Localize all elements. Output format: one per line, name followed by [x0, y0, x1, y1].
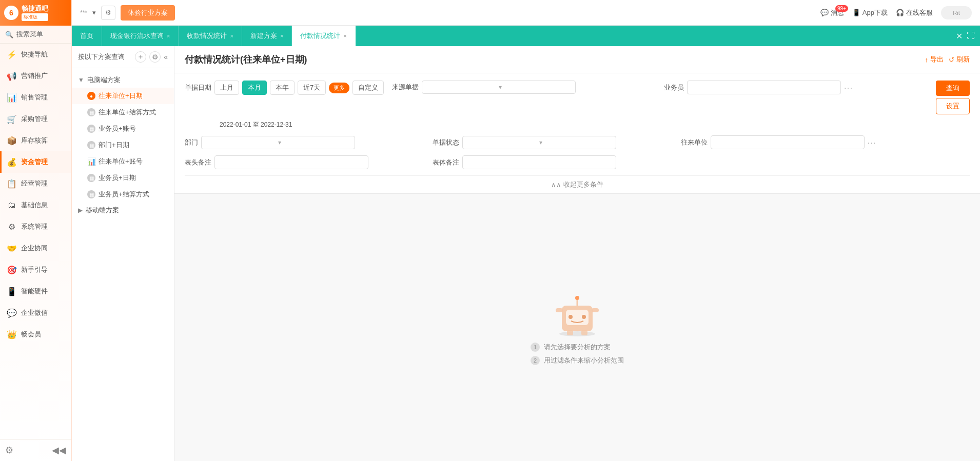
- topbar-dropdown-icon[interactable]: ▾: [92, 9, 96, 16]
- dept-select[interactable]: ▾: [201, 136, 355, 149]
- scheme-staff-account[interactable]: ▦ 业务员+账号: [72, 121, 174, 137]
- voucher-status-select[interactable]: ▾: [462, 136, 616, 149]
- search-label: 搜索菜单: [16, 30, 43, 39]
- fullscreen-btn[interactable]: ⛶: [967, 31, 975, 41]
- scheme-unit-date[interactable]: ● 往来单位+日期: [72, 88, 174, 104]
- custom-btn[interactable]: 自定义: [352, 81, 384, 95]
- sidebar-search[interactable]: 🔍 搜索菜单: [0, 26, 71, 44]
- partner-input[interactable]: [711, 135, 865, 149]
- manage-scheme-btn[interactable]: ⚙: [149, 51, 161, 63]
- nav-member[interactable]: 👑 畅会员: [0, 324, 71, 345]
- filter-area: 单据日期 上月 本月 本年 近7天 更多 自定义 来源单据 ▾: [174, 73, 980, 194]
- nav-finance[interactable]: 💰 资金管理: [0, 151, 71, 173]
- scheme-unit-account-label: 往来单位+账号: [99, 157, 143, 166]
- tab-home[interactable]: 首页: [72, 26, 102, 46]
- voucher-status-arrow: ▾: [539, 139, 612, 146]
- tree-group-mobile-expand-icon: ▶: [78, 207, 83, 214]
- logo-icon: 6: [4, 6, 18, 20]
- nav-marketing-label: 营销推广: [21, 71, 48, 81]
- search-icon: 🔍: [5, 31, 13, 38]
- topbar-address: ***: [80, 9, 87, 16]
- app-download-btn[interactable]: 📱 App下载: [852, 8, 888, 17]
- nav-sales[interactable]: 📊 销售管理: [0, 87, 71, 108]
- tip-num-2: 2: [531, 356, 540, 365]
- scheme-staff-date[interactable]: ▦ 业务员+日期: [72, 170, 174, 186]
- svg-point-6: [575, 296, 579, 300]
- logo-name: 畅捷通吧: [22, 5, 48, 13]
- empty-tip-1: 1 请先选择要分析的方案: [531, 343, 624, 352]
- topbar-settings-btn[interactable]: ⚙: [101, 6, 115, 20]
- tab-collection-label: 收款情况统计: [187, 31, 227, 41]
- nav-quick-nav-icon: ⚡: [7, 49, 17, 59]
- settings-btn[interactable]: 设置: [936, 98, 970, 114]
- nav-operation-icon: 📋: [7, 178, 17, 189]
- tab-new-plan-close[interactable]: ×: [280, 33, 283, 39]
- collapse-left-panel-btn[interactable]: «: [164, 53, 168, 61]
- nav-enterprise[interactable]: 🤝 企业协同: [0, 237, 71, 259]
- user-avatar[interactable]: Rit: [941, 6, 972, 19]
- nav-wechat[interactable]: 💬 企业微信: [0, 302, 71, 324]
- nav-quick-nav[interactable]: ⚡ 快捷导航: [0, 44, 71, 65]
- tree-group-desktop-header[interactable]: ▼ 电脑端方案: [72, 72, 174, 88]
- nav-finance-label: 资金管理: [21, 157, 48, 167]
- nav-inventory[interactable]: 📦 库存核算: [0, 130, 71, 151]
- collapse-filter-label: 收起更多条件: [563, 180, 603, 189]
- nav-quick-nav-label: 快捷导航: [21, 50, 48, 59]
- staff-dots-btn[interactable]: ···: [844, 84, 853, 92]
- scheme-unit-settle[interactable]: ▦ 往来单位+结算方式: [72, 104, 174, 121]
- tree-group-mobile-header[interactable]: ▶ 移动端方案: [72, 203, 174, 218]
- scheme-dept-date[interactable]: ▦ 部门+日期: [72, 137, 174, 153]
- export-btn[interactable]: ↑ 导出: [925, 55, 944, 64]
- scheme-unit-account[interactable]: 📊 往来单位+账号: [72, 153, 174, 170]
- nav-operation[interactable]: 📋 经营管理: [0, 173, 71, 194]
- tree-group-desktop: ▼ 电脑端方案 ● 往来单位+日期 ▦ 往来单位+结算方式 ▦ 业务员+账号: [72, 72, 174, 203]
- table-body-note-input[interactable]: [462, 155, 616, 169]
- topbar-left: *** ▾ ⚙ 体验行业方案: [80, 5, 175, 21]
- nav-guide[interactable]: 🎯 新手引导: [0, 259, 71, 280]
- add-scheme-btn[interactable]: ＋: [135, 51, 146, 63]
- app-icon: 📱: [852, 9, 860, 16]
- nav-operation-label: 经营管理: [21, 179, 48, 188]
- refresh-btn[interactable]: ↺ 刷新: [949, 55, 970, 64]
- settings-footer-icon[interactable]: ⚙: [5, 445, 13, 456]
- tab-bank-flow[interactable]: 现金银行流水查询 ×: [102, 26, 179, 46]
- tab-new-plan[interactable]: 新建方案 ×: [242, 26, 292, 46]
- tree-group-expand-icon: ▼: [78, 76, 84, 84]
- tab-collection[interactable]: 收款情况统计 ×: [179, 26, 242, 46]
- tab-payment-close[interactable]: ×: [343, 33, 346, 39]
- collapse-filter-btn[interactable]: ∧∧ 收起更多条件: [185, 175, 970, 193]
- partner-dots-btn[interactable]: ···: [868, 138, 877, 147]
- app-label: App下载: [863, 8, 888, 17]
- nav-purchase[interactable]: 🛒 采购管理: [0, 108, 71, 130]
- scheme-staff-settle-label: 业务员+结算方式: [99, 190, 149, 199]
- collapse-sidebar-icon[interactable]: ◀◀: [52, 445, 66, 456]
- trial-btn[interactable]: 体验行业方案: [121, 5, 175, 21]
- dept-label: 部门: [185, 138, 198, 147]
- tip-num-1: 1: [531, 343, 540, 352]
- nav-marketing[interactable]: 📢 营销推广: [0, 65, 71, 87]
- more-btn[interactable]: 更多: [329, 83, 349, 93]
- staff-input[interactable]: [687, 81, 841, 94]
- tab-new-plan-label: 新建方案: [250, 31, 277, 41]
- this-year-btn[interactable]: 本年: [270, 81, 295, 95]
- tab-bank-flow-close[interactable]: ×: [167, 33, 170, 39]
- table-head-note-input[interactable]: [214, 155, 368, 169]
- tab-payment[interactable]: 付款情况统计 ×: [292, 26, 355, 46]
- last-month-btn[interactable]: 上月: [214, 81, 239, 95]
- nav-hardware[interactable]: 📱 智能硬件: [0, 280, 71, 302]
- query-btn[interactable]: 查询: [936, 81, 970, 96]
- scheme-staff-settle[interactable]: ▦ 业务员+结算方式: [72, 186, 174, 203]
- notification-badge: 99+: [835, 5, 848, 12]
- this-month-btn[interactable]: 本月: [242, 81, 267, 95]
- tab-collection-close[interactable]: ×: [230, 33, 233, 39]
- last7d-btn[interactable]: 近7天: [298, 81, 326, 95]
- left-tree: ▼ 电脑端方案 ● 往来单位+日期 ▦ 往来单位+结算方式 ▦ 业务员+账号: [72, 68, 174, 461]
- close-all-tabs-btn[interactable]: ✕: [956, 31, 963, 41]
- logo-badge: 标准版: [22, 13, 48, 21]
- scheme-staff-settle-icon: ▦: [87, 190, 95, 198]
- source-voucher-select[interactable]: ▾: [422, 81, 576, 94]
- nav-system[interactable]: ⚙ 系统管理: [0, 216, 71, 237]
- nav-basic[interactable]: 🗂 基础信息: [0, 194, 71, 216]
- notification-btn[interactable]: 💬 消息 99+: [820, 8, 844, 17]
- online-service-btn[interactable]: 🎧 在线客服: [896, 8, 933, 17]
